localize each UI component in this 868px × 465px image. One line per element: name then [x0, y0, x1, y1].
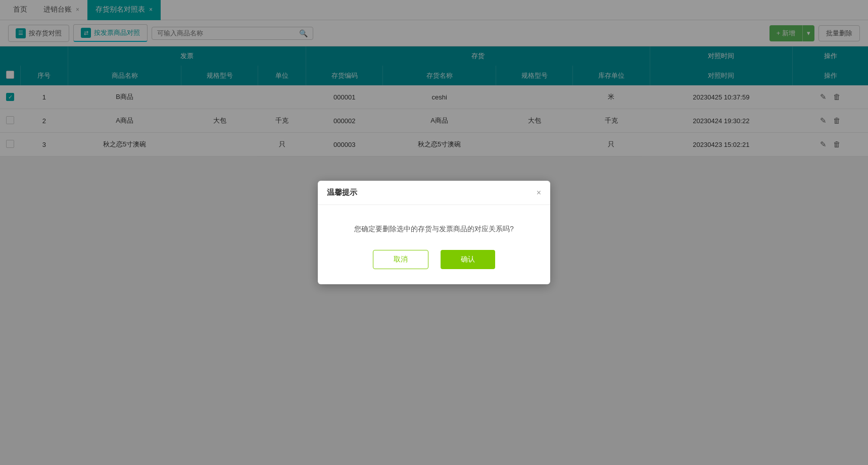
confirm-dialog-overlay: 温馨提示 × 您确定要删除选中的存货与发票商品的对应关系吗? 取消 确认 — [0, 0, 868, 157]
